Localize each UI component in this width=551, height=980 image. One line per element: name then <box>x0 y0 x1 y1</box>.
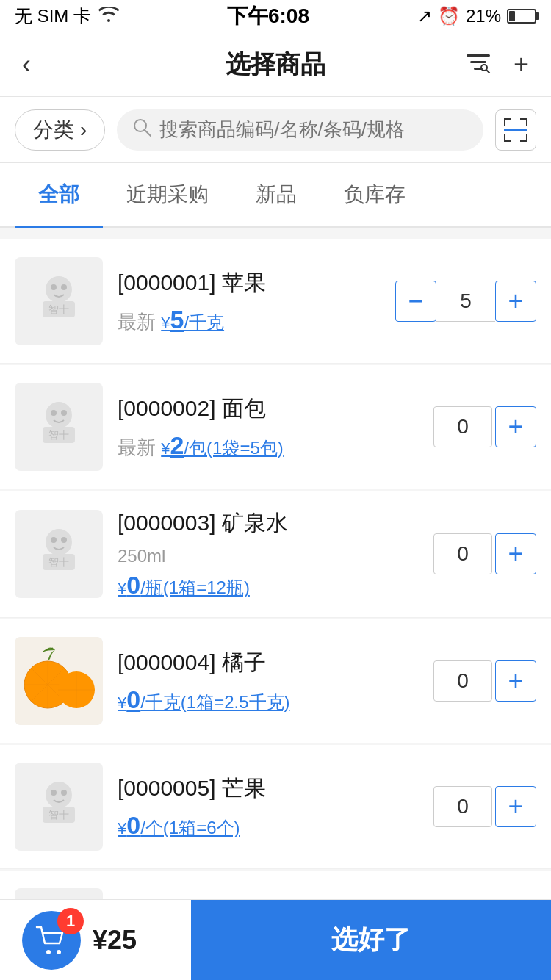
product-price: ¥0/瓶(1箱=12瓶) <box>118 571 433 599</box>
product-image: 智十 <box>15 763 103 851</box>
nav-bar-container: ‹ 选择商品 + <box>0 32 551 97</box>
alarm-icon: ⏰ <box>438 6 460 26</box>
svg-line-4 <box>486 70 489 73</box>
svg-point-21 <box>46 402 72 428</box>
svg-rect-15 <box>504 129 527 131</box>
list-item: 智十 [0000002] 面包 最新 ¥2/包(1袋=5包) + <box>0 365 551 489</box>
back-button[interactable]: ‹ <box>22 49 31 80</box>
product-name: [0000002] 面包 <box>118 394 433 424</box>
product-spec: 250ml <box>118 546 433 566</box>
list-item: 智十 [0000001] 苹果 最新 ¥5/千克 − + <box>0 239 551 364</box>
product-price: ¥0/个(1箱=6个) <box>118 811 433 840</box>
svg-text:智十: 智十 <box>48 429 69 441</box>
list-item: 智十 [0000003] 矿泉水 250ml ¥0/瓶(1箱=12瓶) + <box>0 491 551 618</box>
svg-rect-10 <box>526 118 527 126</box>
status-bar: 无 SIM 卡 下午6:08 ↗ ⏰ 21% <box>0 0 551 32</box>
quantity-control: + <box>433 660 536 702</box>
svg-point-44 <box>61 790 67 796</box>
nav-left: ‹ <box>22 49 31 80</box>
tab-bar: 全部 近期采购 新品 负库存 <box>0 163 551 228</box>
bottom-bar: 1 ¥25 选好了 <box>0 899 551 980</box>
product-image: 智十 <box>15 383 103 471</box>
product-list: 智十 [0000001] 苹果 最新 ¥5/千克 − + <box>0 239 551 980</box>
product-image: 智十 <box>15 257 103 345</box>
no-sim-text: 无 SIM 卡 <box>15 4 91 28</box>
svg-point-28 <box>61 537 67 543</box>
product-info: [0000005] 芒果 ¥0/个(1箱=6个) <box>118 774 433 840</box>
increase-button[interactable]: + <box>495 281 536 322</box>
quantity-control: + <box>433 786 536 827</box>
increase-button[interactable]: + <box>495 533 536 574</box>
svg-point-16 <box>46 276 72 303</box>
svg-text:智十: 智十 <box>48 556 69 568</box>
svg-rect-12 <box>504 134 505 142</box>
scan-button[interactable] <box>495 109 536 151</box>
product-image <box>15 637 103 725</box>
tab-new[interactable]: 新品 <box>232 163 320 228</box>
product-placeholder-icon: 智十 <box>29 267 88 335</box>
cart-total: ¥25 <box>93 925 137 956</box>
svg-text:智十: 智十 <box>48 303 69 315</box>
svg-rect-14 <box>526 134 527 142</box>
quantity-input[interactable] <box>433 406 492 447</box>
product-image: 智十 <box>15 510 103 598</box>
svg-point-56 <box>46 950 51 954</box>
product-name: [0000003] 矿泉水 <box>118 508 433 538</box>
filter-bar: 分类 › <box>0 97 551 163</box>
svg-point-27 <box>51 537 57 543</box>
search-input[interactable] <box>159 118 469 141</box>
increase-button[interactable]: + <box>495 406 536 447</box>
quantity-input[interactable] <box>433 660 492 702</box>
location-icon: ↗ <box>417 6 432 26</box>
orange-image <box>15 637 103 725</box>
quantity-input[interactable] <box>433 533 492 574</box>
search-box <box>117 109 483 151</box>
nav-right: + <box>465 49 529 80</box>
category-label: 分类 <box>33 116 74 144</box>
add-button[interactable]: + <box>514 49 529 80</box>
wifi-icon <box>98 6 119 26</box>
cart-area: 1 ¥25 <box>0 911 191 970</box>
tab-all[interactable]: 全部 <box>15 163 103 228</box>
nav-bar: ‹ 选择商品 + <box>0 32 551 97</box>
svg-point-23 <box>61 410 67 416</box>
product-price: ¥0/千克(1箱=2.5千克) <box>118 685 433 714</box>
list-item: [0000004] 橘子 ¥0/千克(1箱=2.5千克) + <box>0 619 551 743</box>
confirm-button[interactable]: 选好了 <box>191 900 551 981</box>
product-price: 最新 ¥2/包(1袋=5包) <box>118 431 433 461</box>
quantity-control: + <box>433 406 536 447</box>
product-name: [0000005] 芒果 <box>118 774 433 804</box>
category-button[interactable]: 分类 › <box>15 109 105 151</box>
svg-point-17 <box>51 284 57 290</box>
product-placeholder-icon: 智十 <box>29 520 88 588</box>
product-info: [0000001] 苹果 最新 ¥5/千克 <box>118 268 395 335</box>
svg-rect-0 <box>467 54 490 57</box>
svg-text:智十: 智十 <box>48 809 69 821</box>
quantity-control: + <box>433 533 536 574</box>
svg-point-26 <box>46 529 72 555</box>
decrease-button[interactable]: − <box>395 281 436 322</box>
increase-button[interactable]: + <box>495 660 536 702</box>
svg-point-18 <box>61 284 67 290</box>
filter-icon[interactable] <box>465 49 491 80</box>
product-info: [0000003] 矿泉水 250ml ¥0/瓶(1箱=12瓶) <box>118 508 433 599</box>
cart-icon-button[interactable]: 1 <box>22 911 81 970</box>
product-info: [0000004] 橘子 ¥0/千克(1箱=2.5千克) <box>118 648 433 714</box>
quantity-input[interactable] <box>433 786 492 827</box>
quantity-input[interactable] <box>436 281 495 322</box>
product-info: [0000002] 面包 最新 ¥2/包(1袋=5包) <box>118 394 433 461</box>
tab-recent[interactable]: 近期采购 <box>103 163 232 228</box>
svg-line-6 <box>145 130 151 136</box>
list-item: 智十 [0000005] 芒果 ¥0/个(1箱=6个) + <box>0 745 551 869</box>
svg-rect-8 <box>504 118 505 126</box>
tab-negative-stock[interactable]: 负库存 <box>320 163 429 228</box>
search-icon <box>132 117 152 143</box>
increase-button[interactable]: + <box>495 786 536 827</box>
svg-point-22 <box>51 410 57 416</box>
status-time: 下午6:08 <box>227 2 309 30</box>
product-placeholder-icon: 智十 <box>29 773 88 840</box>
product-placeholder-icon: 智十 <box>29 393 88 461</box>
product-name: [0000004] 橘子 <box>118 648 433 678</box>
svg-point-57 <box>57 950 61 954</box>
quantity-control: − + <box>395 281 536 322</box>
